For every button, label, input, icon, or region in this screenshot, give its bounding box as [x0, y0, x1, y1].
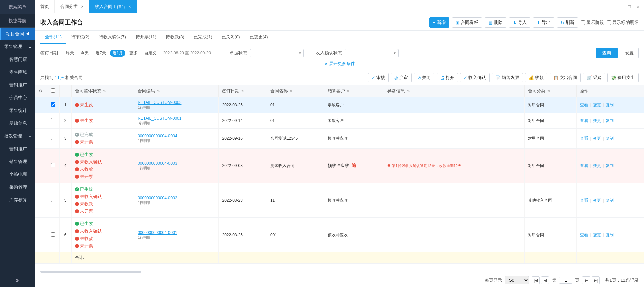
close-button[interactable]: × [635, 3, 641, 10]
sidebar-item-sales[interactable]: 销售管理 [0, 155, 35, 168]
tab-income-workbench[interactable]: 收入合同工作台 × [89, 0, 137, 13]
sales-invoice-button[interactable]: 📄 销售发票 [492, 73, 523, 82]
status-sort-icon[interactable]: ⇅ [103, 89, 106, 93]
row6-view[interactable]: 查看 [580, 233, 588, 237]
row2-view[interactable]: 查看 [580, 118, 588, 123]
row1-edit[interactable]: 变更 [593, 102, 601, 107]
date-opt-last1m[interactable]: 近1月 [110, 50, 126, 57]
sidebar-item-stock[interactable]: 库存核算 [0, 194, 35, 206]
status-tab-pending-income[interactable]: 待收入确认(7) [94, 31, 131, 44]
income-confirm-select[interactable] [345, 49, 399, 57]
row5-copy[interactable]: 复制 [606, 198, 614, 203]
export-button[interactable]: ⬆ 导出 [533, 17, 554, 28]
sidebar-item-project[interactable]: 项目合同 ◀ [0, 28, 35, 40]
horizontal-scrollbar[interactable] [35, 270, 644, 273]
sidebar-item-batch[interactable]: 批发管理 ▲ [0, 130, 35, 142]
import-button[interactable]: ⬇ 导入 [509, 17, 530, 28]
row4-view[interactable]: 查看 [580, 163, 588, 168]
refresh-button[interactable]: ↻ 刷新 [557, 17, 578, 28]
minimize-button[interactable]: ─ [617, 3, 624, 10]
sidebar-search[interactable]: 搜索菜单 [0, 0, 35, 14]
sidebar-item-ecom[interactable]: 零售商城 [0, 66, 35, 79]
select-all-checkbox[interactable] [51, 88, 55, 93]
last-page-button[interactable]: ▶| [592, 276, 600, 284]
row6-copy[interactable]: 复制 [606, 233, 614, 237]
sidebar-item-base[interactable]: 基础信息 [0, 117, 35, 130]
date-opt-last7[interactable]: 近7天 [93, 50, 109, 57]
row3-view[interactable]: 查看 [580, 136, 588, 141]
row3-code-link[interactable]: 0000000000004-0004 [138, 134, 177, 138]
row3-copy[interactable]: 复制 [606, 136, 614, 141]
row6-code-link[interactable]: 0000000000004-0001 [138, 230, 177, 235]
tab-contract-cat[interactable]: 合同分类 × [55, 0, 89, 13]
out-contract-button[interactable]: 📋 支出合同 [550, 73, 581, 82]
row6-edit[interactable]: 变更 [593, 233, 601, 237]
row4-copy[interactable]: 复制 [606, 163, 614, 168]
row5-edit[interactable]: 变更 [593, 198, 601, 203]
row2-code-link[interactable]: RETAIL_CUSTOM-0001 [138, 116, 181, 121]
tab-close-income-workbench[interactable]: × [129, 4, 131, 9]
sidebar-item-member[interactable]: 会员中心 [0, 91, 35, 104]
first-page-button[interactable]: |◀ [532, 276, 540, 284]
sidebar-settings[interactable]: ⚙ [0, 274, 35, 287]
new-button[interactable]: + 新增 [429, 17, 449, 28]
row3-checkbox[interactable] [51, 136, 55, 140]
scrollbar-thumb[interactable] [40, 271, 141, 273]
expense-button[interactable]: 💸 费用支出 [607, 73, 639, 82]
abnormal-sort-icon[interactable]: ⇅ [407, 89, 410, 93]
filter-settings-button[interactable]: 设置 [620, 48, 639, 58]
code-sort-icon[interactable]: ⇅ [157, 89, 160, 93]
row1-code-link[interactable]: RETAIL_CUSTOM-0003 [138, 100, 181, 105]
name-sort-icon[interactable]: ⇅ [290, 89, 292, 93]
tab-home[interactable]: 首页 [35, 0, 55, 13]
expand-conditions-button[interactable]: ∨ 展开更多条件 [324, 60, 355, 67]
status-tab-pending-payment[interactable]: 待收款(8) [161, 31, 189, 44]
status-tab-all[interactable]: 全部(11) [40, 31, 66, 44]
row5-view[interactable]: 查看 [580, 198, 588, 203]
sidebar-item-marketing2[interactable]: 营销推广 [0, 142, 35, 155]
show-detail-checkbox[interactable]: 显示标的明细 [607, 19, 639, 26]
row5-code-link[interactable]: 0000000000004-0002 [138, 196, 177, 200]
row1-checkbox[interactable] [51, 102, 55, 107]
sidebar-item-retail[interactable]: 零售管理 ▲ [0, 40, 35, 53]
sidebar-item-marketing[interactable]: 营销推广 [0, 79, 35, 91]
status-tab-pending-review[interactable]: 待审核(2) [66, 31, 94, 44]
review-button[interactable]: ✓ 审核 [368, 73, 389, 82]
row4-code-link[interactable]: 0000000000004-0003 [138, 161, 177, 166]
status-tab-completed[interactable]: 已完成(1) [189, 31, 217, 44]
date-opt-custom[interactable]: 自定义 [142, 50, 159, 57]
sidebar-item-purchase[interactable]: 采购管理 [0, 181, 35, 194]
income-confirm-button[interactable]: ✓ 收入确认 [460, 73, 490, 82]
date-opt-yesterday[interactable]: 昨天 [63, 50, 77, 57]
row4-edit[interactable]: 变更 [593, 163, 601, 168]
tab-close-contract-cat[interactable]: × [81, 4, 84, 9]
abandon-button[interactable]: ◎ 弃审 [391, 73, 412, 82]
page-input[interactable] [559, 277, 572, 284]
status-tab-changed[interactable]: 已变更(4) [245, 31, 273, 44]
row3-edit[interactable]: 变更 [593, 136, 601, 141]
print-button[interactable]: 🖨 打开 [437, 73, 458, 82]
col-settings[interactable]: ⚙ [35, 85, 47, 97]
delete-button[interactable]: 🗑 删除 [485, 17, 506, 28]
sidebar-quicknav[interactable]: 快捷导航 [0, 14, 35, 28]
row4-checkbox[interactable] [51, 163, 55, 167]
next-page-button[interactable]: ▶ [582, 276, 590, 284]
date-opt-today[interactable]: 今天 [78, 50, 91, 57]
collection-button[interactable]: 💰 收款 [525, 73, 547, 82]
page-size-select[interactable]: 50 100 200 [505, 276, 529, 284]
row2-checkbox[interactable] [51, 118, 55, 122]
row5-checkbox[interactable] [51, 198, 55, 202]
show-cols-checkbox[interactable]: 显示阶段 [581, 19, 604, 26]
row6-checkbox[interactable] [51, 232, 55, 237]
status-tab-closed[interactable]: 已关闭(0) [217, 31, 245, 44]
sidebar-item-stats[interactable]: 零售统计 [0, 104, 35, 117]
board-button[interactable]: ⊞ 合同看板 [452, 17, 482, 28]
query-button[interactable]: 查询 [596, 48, 618, 58]
row2-edit[interactable]: 变更 [593, 118, 601, 123]
close-button-action[interactable]: ⊘ 关闭 [414, 73, 434, 82]
sign-date-sort-icon[interactable]: ⇅ [241, 89, 244, 93]
sidebar-item-smart[interactable]: 智慧门店 [0, 53, 35, 66]
row2-copy[interactable]: 复制 [606, 118, 614, 123]
prev-page-button[interactable]: ◀ [541, 276, 549, 284]
status-tab-pending-invoice[interactable]: 待开票(11) [131, 31, 161, 44]
